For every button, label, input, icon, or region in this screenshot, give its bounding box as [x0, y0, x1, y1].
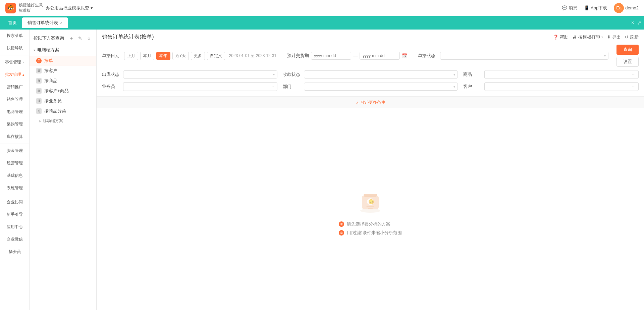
- collapse-bar[interactable]: ∧ 收起更多条件: [97, 97, 644, 108]
- tree-group-pc-arrow: ▾: [34, 48, 35, 52]
- goods-label: 商品: [463, 71, 482, 78]
- help-icon: ❓: [553, 35, 558, 40]
- sidebar-item-newuser[interactable]: 新手引导: [0, 208, 29, 221]
- panel-collapse-btn[interactable]: «: [86, 35, 92, 42]
- tab-bar: 首页 销售订单统计表 × × ⤢: [0, 16, 644, 30]
- tree-icon-by-customer-goods: 顾: [36, 88, 42, 94]
- page-title-row: 销售订单统计表(按单) ❓ 帮助 🖨 按模板打印 ▾ ⬇: [102, 34, 639, 41]
- print-icon: 🖨: [573, 35, 577, 40]
- print-action[interactable]: 🖨 按模板打印 ▾: [573, 34, 603, 40]
- avatar: Ea: [614, 3, 624, 13]
- ship-status-select[interactable]: [123, 70, 277, 79]
- sidebar-divider-3: [0, 195, 29, 195]
- sidebar-divider-2: [0, 144, 29, 144]
- tree-item-by-goods[interactable]: 商 按商品: [30, 76, 96, 86]
- date-btn-cur[interactable]: 本月: [140, 52, 154, 60]
- tree-icon-by-order: 单: [36, 58, 42, 63]
- message-icon: 💬: [562, 5, 567, 10]
- date-btn-year[interactable]: 本年: [156, 52, 170, 60]
- user-area[interactable]: Ea demo2: [614, 3, 639, 13]
- sidebar-item-apps[interactable]: 应用中心: [0, 221, 29, 233]
- sidebar-item-retail[interactable]: 零售管理 ▾: [0, 56, 29, 68]
- payment-status-label: 收款状态: [283, 71, 301, 78]
- customer-label: 客户: [463, 84, 482, 90]
- sidebar-item-finance[interactable]: 资金管理: [0, 145, 29, 157]
- sidebar-item-ecommerce[interactable]: 电商管理: [0, 106, 29, 118]
- app-download-action[interactable]: 📱 App下载: [584, 5, 607, 11]
- sidebar-item-basic[interactable]: 基础信息: [0, 169, 29, 182]
- status-select[interactable]: [440, 52, 608, 60]
- date-separator: —: [353, 53, 358, 58]
- tree-item-by-customer[interactable]: 顾 按客户: [30, 66, 96, 76]
- sidebar-item-enterprise[interactable]: 企业协同: [0, 196, 29, 208]
- hint-num-2: ②: [339, 230, 344, 236]
- date-btn-prev[interactable]: 上月: [124, 52, 138, 60]
- date-label: 单据日期: [102, 53, 122, 59]
- result-area: 😊 ① 请先选择要分析的方案 ② 用[过滤]条件来缩小分析范围: [97, 108, 644, 310]
- tree-item-by-customer-goods[interactable]: 顾 按客户+商品: [30, 86, 96, 96]
- settings-button[interactable]: 设置: [616, 57, 639, 67]
- logo-area: 🐯 畅捷通好生意 标准版: [5, 3, 43, 13]
- tab-close-icon[interactable]: ×: [60, 20, 62, 25]
- tree-item-by-salesperson[interactable]: 业 按业务员: [30, 96, 96, 106]
- tree-item-by-category[interactable]: 分 按商品分类: [30, 106, 96, 116]
- empty-illustration: 😊: [354, 182, 387, 216]
- date-btn-7days[interactable]: 近7天: [172, 52, 189, 60]
- date-btn-custom[interactable]: 自定义: [207, 52, 225, 60]
- sidebar-item-search-menu[interactable]: 搜索菜单: [0, 30, 29, 42]
- tab-controls: × ⤢: [631, 20, 641, 26]
- panel-edit-btn[interactable]: ✎: [77, 35, 84, 42]
- export-action[interactable]: ⬇ 导出: [607, 34, 621, 40]
- calendar-icon-1[interactable]: 📅: [402, 53, 407, 58]
- date-range-display: 2023-01-01 至 2023-12-31: [229, 53, 276, 59]
- print-arrow-icon: ▾: [601, 35, 603, 39]
- goods-dots[interactable]: ···: [632, 72, 636, 77]
- message-action[interactable]: 💬 消息: [562, 5, 577, 11]
- query-button[interactable]: 查询: [616, 45, 639, 55]
- ship-status-label: 出库状态: [102, 71, 120, 78]
- tree-group-pc[interactable]: ▾ 电脑端方案: [30, 44, 96, 56]
- predicted-date-start[interactable]: [311, 52, 351, 60]
- company-selector[interactable]: 办公用品行业模拟账套 ▾: [46, 5, 93, 11]
- tree-icon-by-goods: 商: [36, 78, 42, 84]
- window-expand-icon[interactable]: ⤢: [637, 20, 641, 26]
- help-action[interactable]: ❓ 帮助: [553, 34, 569, 40]
- refresh-icon: ↺: [625, 35, 629, 40]
- refresh-action[interactable]: ↺ 刷新: [625, 34, 639, 40]
- sidebar-item-sales[interactable]: 销售管理: [0, 93, 29, 106]
- svg-text:😊: 😊: [368, 199, 374, 205]
- tree-item-by-order[interactable]: 单 按单: [30, 56, 96, 66]
- top-header: 🐯 畅捷通好生意 标准版 办公用品行业模拟账套 ▾ 💬 消息 📱 App下载 E…: [0, 0, 644, 16]
- page-title-actions: ❓ 帮助 🖨 按模板打印 ▾ ⬇ 导出 ↺: [553, 34, 639, 40]
- customer-dots[interactable]: ···: [632, 84, 636, 89]
- salesperson-dots[interactable]: ···: [270, 84, 274, 89]
- tree-icon-by-customer: 顾: [36, 68, 42, 73]
- panel-add-btn[interactable]: +: [68, 35, 75, 42]
- right-main: 销售订单统计表(按单) ❓ 帮助 🖨 按模板打印 ▾ ⬇: [97, 30, 644, 310]
- empty-hints: ① 请先选择要分析的方案 ② 用[过滤]条件来缩小分析范围: [339, 221, 401, 236]
- sidebar-item-wechat[interactable]: 企业微信: [0, 233, 29, 246]
- payment-status-select[interactable]: [304, 70, 458, 79]
- sidebar-item-wholesale[interactable]: 批发管理 ▴: [0, 68, 29, 81]
- tree-group-mobile[interactable]: ▶ 移动端方案: [30, 116, 96, 126]
- download-icon: 📱: [584, 5, 589, 10]
- sidebar-item-quick-nav[interactable]: 快捷导航: [0, 42, 29, 54]
- salesperson-label: 业务员: [102, 84, 120, 90]
- sidebar-item-inventory[interactable]: 库存核算: [0, 131, 29, 143]
- tab-active[interactable]: 销售订单统计表 ×: [22, 17, 68, 28]
- predicted-date-end[interactable]: [360, 52, 400, 60]
- department-select[interactable]: [304, 83, 458, 91]
- collapse-arrow-icon: ∧: [356, 100, 359, 105]
- window-close-icon[interactable]: ×: [631, 20, 634, 26]
- sidebar-item-vip[interactable]: 畅会员: [0, 246, 29, 258]
- date-btn-more[interactable]: 更多: [191, 52, 205, 60]
- sidebar-item-operations[interactable]: 经营管理: [0, 157, 29, 169]
- page-content: 按以下方案查询 + ✎ « ▾ 电脑端方案 单 按单 顾 按客户 商: [30, 30, 644, 310]
- sidebar-item-system[interactable]: 系统管理: [0, 182, 29, 194]
- svg-rect-5: [366, 206, 374, 207]
- main-layout: 搜索菜单 快捷导航 零售管理 ▾ 批发管理 ▴ 营销推广 销售管理 电商管理 采…: [0, 30, 644, 310]
- header-left: 🐯 畅捷通好生意 标准版 办公用品行业模拟账套 ▾: [5, 3, 93, 13]
- sidebar-item-marketing[interactable]: 营销推广: [0, 81, 29, 93]
- tab-home[interactable]: 首页: [3, 17, 22, 28]
- sidebar-item-purchase[interactable]: 采购管理: [0, 118, 29, 131]
